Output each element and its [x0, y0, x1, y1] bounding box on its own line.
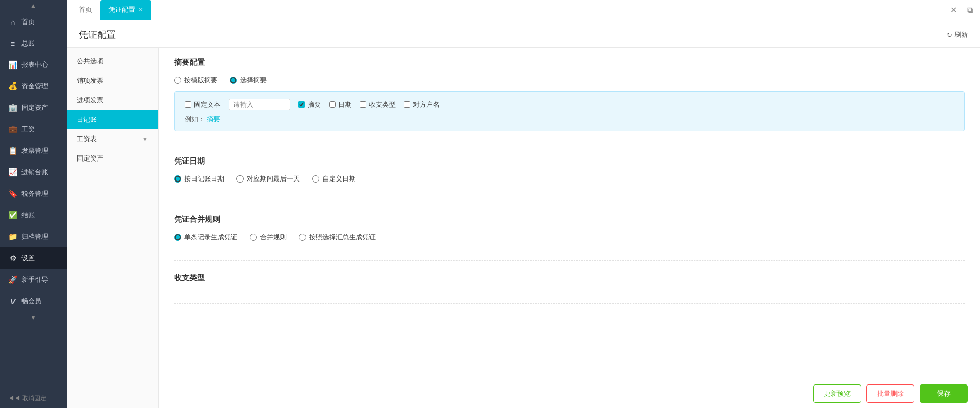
left-nav-public[interactable]: 公共选项 — [67, 52, 158, 71]
sidebar-item-purchase-sale[interactable]: 📈 进销台账 — [0, 162, 67, 183]
page-title: 凭证配置 — [79, 29, 116, 47]
voucher-date-title: 凭证日期 — [174, 156, 965, 166]
main-area: 首页 凭证配置 ✕ ✕ ⧉ 凭证配置 ↻ 刷新 公共选项 — [67, 0, 980, 408]
left-nav-sales-invoice-label: 销项发票 — [77, 76, 103, 85]
update-preview-button[interactable]: 更新预览 — [813, 384, 861, 403]
checkbox-summary-input[interactable] — [298, 101, 305, 108]
unpin-icon: ◀◀ — [8, 395, 22, 402]
checkbox-income-type-input[interactable] — [360, 101, 366, 108]
radio-select-summary-label: 选择摘要 — [240, 76, 267, 85]
sidebar-item-invoice[interactable]: 📋 发票管理 — [0, 140, 67, 162]
invoice-icon: 📋 — [8, 146, 17, 155]
radio-select-summary-generate-input[interactable] — [299, 234, 306, 241]
checkbox-counterpart[interactable]: 对方户名 — [404, 100, 440, 109]
radio-last-due-date-input[interactable] — [236, 175, 244, 183]
checkbox-date[interactable]: 日期 — [329, 100, 352, 109]
sidebar-unpin-button[interactable]: ◀◀ 取消固定 — [0, 389, 67, 408]
sidebar-item-label: 税务管理 — [21, 189, 48, 198]
sidebar: ▲ ⌂ 首页 ≡ 总账 📊 报表中心 💰 资金管理 🏢 固定资产 💼 工资 📋 … — [0, 0, 67, 408]
content-area: 凭证配置 ↻ 刷新 公共选项 销项发票 进项发票 日记账 — [67, 20, 980, 408]
radio-custom-date-input[interactable] — [312, 175, 319, 183]
radio-select-summary-input[interactable] — [230, 77, 237, 84]
radio-journal-date-label: 按日记账日期 — [184, 174, 224, 184]
report-icon: 📊 — [8, 60, 17, 70]
radio-select-summary[interactable]: 选择摘要 — [230, 76, 267, 85]
radio-journal-date-input[interactable] — [174, 175, 181, 183]
radio-merge-rules-input[interactable] — [250, 234, 257, 241]
tab-bar: 首页 凭证配置 ✕ ✕ ⧉ — [67, 0, 980, 20]
left-nav-fixed-assets-label: 固定资产 — [77, 154, 103, 163]
refresh-button[interactable]: ↻ 刷新 — [947, 30, 968, 46]
example-row: 例如： 摘要 — [185, 115, 954, 124]
batch-delete-button[interactable]: 批量删除 — [866, 384, 914, 403]
sidebar-item-guide[interactable]: 🚀 新手引导 — [0, 269, 67, 290]
sidebar-scroll-down[interactable]: ▼ — [0, 312, 67, 323]
radio-select-summary-generate[interactable]: 按照选择汇总生成凭证 — [299, 233, 376, 242]
bottom-bar: 更新预览 批量删除 保存 — [159, 379, 980, 408]
restore-window-button[interactable]: ⧉ — [964, 4, 976, 16]
radio-merge-rules[interactable]: 合并规则 — [250, 233, 287, 242]
sidebar-scroll-up[interactable]: ▲ — [0, 0, 67, 11]
chevron-down-icon: ▼ — [142, 136, 148, 142]
merge-rules-section: 凭证合并规则 单条记录生成凭证 合并规则 按照选择汇总生成凭证 — [174, 215, 965, 261]
radio-journal-date[interactable]: 按日记账日期 — [174, 174, 224, 184]
radio-last-due-date[interactable]: 对应期间最后一天 — [236, 174, 300, 184]
right-content: 摘要配置 按模版摘要 选择摘要 — [159, 48, 980, 408]
checkbox-income-type[interactable]: 收支类型 — [360, 100, 396, 109]
member-icon: V — [8, 297, 17, 306]
sidebar-item-fund[interactable]: 💰 资金管理 — [0, 76, 67, 97]
sidebar-item-member[interactable]: V 畅会员 — [0, 290, 67, 312]
merge-rules-title: 凭证合并规则 — [174, 215, 965, 224]
radio-single-record[interactable]: 单条记录生成凭证 — [174, 233, 237, 242]
left-nav-journal[interactable]: 日记账 — [67, 110, 158, 129]
tab-home[interactable]: 首页 — [71, 0, 100, 20]
left-nav-fixed-assets[interactable]: 固定资产 — [67, 149, 158, 168]
sidebar-item-label: 新手引导 — [21, 275, 48, 284]
left-nav-journal-label: 日记账 — [77, 115, 97, 124]
sidebar-item-home[interactable]: ⌂ 首页 — [0, 11, 67, 33]
example-prefix: 例如： — [185, 115, 205, 123]
radio-single-record-input[interactable] — [174, 234, 181, 241]
archive-icon: 📁 — [8, 232, 17, 241]
refresh-label: 刷新 — [954, 30, 968, 39]
checkbox-summary-label: 摘要 — [308, 100, 321, 109]
fixed-text-input[interactable] — [229, 99, 290, 110]
save-button[interactable]: 保存 — [920, 384, 968, 403]
radio-single-record-label: 单条记录生成凭证 — [184, 233, 237, 242]
refresh-icon: ↻ — [947, 31, 952, 39]
sidebar-item-salary[interactable]: 💼 工资 — [0, 119, 67, 140]
left-nav-purchase-invoice-label: 进项发票 — [77, 96, 103, 105]
tab-voucher-config[interactable]: 凭证配置 ✕ — [100, 0, 151, 20]
close-window-button[interactable]: ✕ — [947, 4, 960, 16]
checkbox-fixed-text[interactable]: 固定文本 — [185, 100, 221, 109]
checkbox-date-input[interactable] — [329, 101, 336, 108]
left-nav-sales-invoice[interactable]: 销项发票 — [67, 71, 158, 90]
sidebar-item-archive[interactable]: 📁 归档管理 — [0, 226, 67, 247]
home-icon: ⌂ — [8, 18, 17, 27]
checkbox-fixed-text-label: 固定文本 — [194, 100, 221, 109]
left-nav-purchase-invoice[interactable]: 进项发票 — [67, 90, 158, 110]
tab-close-icon[interactable]: ✕ — [138, 6, 143, 13]
tab-home-label: 首页 — [79, 5, 92, 14]
checkbox-date-label: 日期 — [338, 100, 352, 109]
checkbox-row: 固定文本 摘要 日期 — [185, 99, 954, 110]
radio-template-summary-input[interactable] — [174, 77, 181, 84]
sidebar-item-assets[interactable]: 🏢 固定资产 — [0, 97, 67, 119]
radio-template-summary[interactable]: 按模版摘要 — [174, 76, 217, 85]
checkbox-summary[interactable]: 摘要 — [298, 100, 321, 109]
checkbox-counterpart-input[interactable] — [404, 101, 410, 108]
sidebar-item-tax[interactable]: 🔖 税务管理 — [0, 183, 67, 205]
radio-custom-date[interactable]: 自定义日期 — [312, 174, 356, 184]
left-nav-payroll[interactable]: 工资表 ▼ — [67, 129, 158, 149]
sidebar-item-label: 进销台账 — [21, 168, 48, 177]
sidebar-item-ledger[interactable]: ≡ 总账 — [0, 33, 67, 54]
summary-radio-group: 按模版摘要 选择摘要 — [174, 76, 965, 85]
checkbox-counterpart-label: 对方户名 — [413, 100, 440, 109]
fund-icon: 💰 — [8, 82, 17, 91]
merge-rules-radio-group: 单条记录生成凭证 合并规则 按照选择汇总生成凭证 — [174, 233, 965, 242]
left-nav-payroll-label: 工资表 — [77, 134, 97, 144]
sidebar-item-settle[interactable]: ✅ 结账 — [0, 205, 67, 226]
sidebar-item-settings[interactable]: ⚙ 设置 — [0, 247, 67, 269]
checkbox-fixed-text-input[interactable] — [185, 101, 191, 108]
sidebar-item-report[interactable]: 📊 报表中心 — [0, 54, 67, 76]
